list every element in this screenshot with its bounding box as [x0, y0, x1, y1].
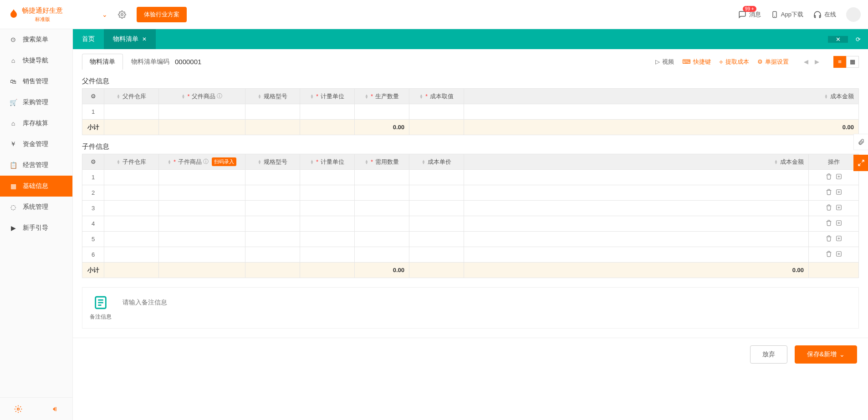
- col-child-unit[interactable]: ▲▼*计量单位: [300, 154, 355, 170]
- view-card[interactable]: ▦: [846, 56, 859, 68]
- cell[interactable]: [355, 232, 409, 247]
- tab-home[interactable]: 首页: [73, 29, 104, 49]
- add-row-icon[interactable]: [836, 235, 842, 242]
- cell[interactable]: [104, 104, 159, 120]
- cell[interactable]: [409, 247, 464, 263]
- cell[interactable]: [464, 185, 809, 201]
- sidebar-item-operation[interactable]: 📋经营管理: [0, 155, 72, 176]
- add-row-icon[interactable]: [836, 220, 842, 226]
- col-parent-qty[interactable]: ▲▼*生产数量: [355, 89, 409, 104]
- sidebar-item-quicknav[interactable]: ⌂快捷导航: [0, 50, 72, 71]
- cell[interactable]: [409, 201, 464, 216]
- cell[interactable]: [245, 216, 300, 232]
- cell[interactable]: [104, 232, 159, 247]
- cell[interactable]: [355, 170, 409, 185]
- cell[interactable]: [355, 247, 409, 263]
- cell[interactable]: [159, 232, 245, 247]
- cell[interactable]: [464, 247, 809, 263]
- cell[interactable]: [355, 104, 409, 120]
- cell[interactable]: [409, 232, 464, 247]
- cell[interactable]: [159, 170, 245, 185]
- cell[interactable]: [355, 201, 409, 216]
- cell[interactable]: [104, 247, 159, 263]
- col-parent-cost-amount[interactable]: ▲▼成本金额: [464, 89, 859, 104]
- attach-button[interactable]: [853, 134, 868, 150]
- shortcut-link[interactable]: ⌨快捷键: [682, 58, 711, 66]
- child-row[interactable]: 1: [82, 170, 859, 185]
- scan-tag[interactable]: 扫码录入: [212, 157, 236, 166]
- cell[interactable]: [159, 104, 245, 120]
- tab-bom[interactable]: 物料清单 ✕: [104, 29, 156, 49]
- child-row[interactable]: 4: [82, 216, 859, 232]
- sidebar-collapse-icon[interactable]: [50, 405, 58, 413]
- cell[interactable]: [245, 170, 300, 185]
- cell[interactable]: [464, 170, 809, 185]
- col-parent-cost-method[interactable]: ▲▼*成本取值: [409, 89, 464, 104]
- cell[interactable]: [104, 216, 159, 232]
- org-selector[interactable]: ⌄: [98, 11, 107, 18]
- doc-settings-link[interactable]: ⚙单据设置: [757, 58, 789, 66]
- col-child-warehouse[interactable]: ▲▼子件仓库: [104, 154, 159, 170]
- parent-row[interactable]: 1: [82, 104, 859, 120]
- child-row[interactable]: 2: [82, 185, 859, 201]
- prev-doc[interactable]: ◀: [802, 56, 811, 67]
- child-row[interactable]: 3: [82, 201, 859, 216]
- next-doc[interactable]: ▶: [812, 56, 822, 67]
- extract-cost-link[interactable]: ⟡提取成本: [719, 58, 749, 66]
- delete-row-icon[interactable]: [826, 220, 832, 226]
- sidebar-item-search[interactable]: ⊙搜索菜单: [0, 29, 72, 50]
- delete-row-icon[interactable]: [826, 173, 832, 180]
- sidebar-item-basedata[interactable]: ▦基础信息: [0, 176, 72, 197]
- child-row[interactable]: 6: [82, 247, 859, 263]
- doc-type-tab[interactable]: 物料清单: [82, 54, 123, 70]
- close-all-tabs[interactable]: ✕: [828, 36, 848, 43]
- cell[interactable]: [245, 232, 300, 247]
- app-download-link[interactable]: App下载: [771, 10, 803, 19]
- sidebar-item-guide[interactable]: ▶新手引导: [0, 218, 72, 238]
- col-child-product[interactable]: ▲▼*子件商品ⓘ扫码录入: [159, 154, 245, 170]
- col-gear[interactable]: ⚙: [82, 89, 104, 104]
- delete-row-icon[interactable]: [826, 235, 832, 242]
- col-child-unit-cost[interactable]: ▲▼成本单价: [409, 154, 464, 170]
- cell[interactable]: [300, 170, 355, 185]
- col-parent-product[interactable]: ▲▼*父件商品ⓘ: [159, 89, 245, 104]
- cell[interactable]: [355, 185, 409, 201]
- sidebar-settings-icon[interactable]: [14, 405, 22, 413]
- col-parent-spec[interactable]: ▲▼规格型号: [245, 89, 300, 104]
- cell[interactable]: [409, 185, 464, 201]
- cell[interactable]: [159, 185, 245, 201]
- cta-button[interactable]: 体验行业方案: [137, 7, 187, 22]
- cell[interactable]: [245, 185, 300, 201]
- notes-input[interactable]: [121, 295, 851, 309]
- messages-link[interactable]: 99 + 消息: [738, 10, 761, 19]
- save-new-button[interactable]: 保存&新增 ⌄: [795, 345, 857, 364]
- cell[interactable]: [159, 201, 245, 216]
- cell[interactable]: [464, 232, 809, 247]
- add-row-icon[interactable]: [836, 251, 842, 257]
- sidebar-item-finance[interactable]: ￥资金管理: [0, 134, 72, 155]
- cell[interactable]: [245, 201, 300, 216]
- cell[interactable]: [355, 216, 409, 232]
- col-child-spec[interactable]: ▲▼规格型号: [245, 154, 300, 170]
- add-row-icon[interactable]: [836, 204, 842, 211]
- expand-button[interactable]: [853, 155, 868, 171]
- help-icon[interactable]: ⓘ: [203, 158, 209, 166]
- add-row-icon[interactable]: [836, 173, 842, 180]
- sidebar-item-inventory[interactable]: ⌂库存核算: [0, 113, 72, 134]
- cell[interactable]: [300, 104, 355, 120]
- cell[interactable]: [464, 201, 809, 216]
- cell[interactable]: [300, 185, 355, 201]
- delete-row-icon[interactable]: [826, 204, 832, 211]
- close-icon[interactable]: ✕: [142, 36, 147, 42]
- col-gear[interactable]: ⚙: [82, 154, 104, 170]
- cell[interactable]: [409, 170, 464, 185]
- settings-button[interactable]: [116, 8, 128, 21]
- cell[interactable]: [159, 247, 245, 263]
- online-support-link[interactable]: 在线: [813, 10, 836, 19]
- cell[interactable]: [300, 216, 355, 232]
- video-link[interactable]: ▷视频: [655, 58, 674, 66]
- add-row-icon[interactable]: [836, 189, 842, 195]
- discard-button[interactable]: 放弃: [750, 345, 787, 364]
- user-avatar[interactable]: [846, 7, 861, 22]
- delete-row-icon[interactable]: [826, 189, 832, 195]
